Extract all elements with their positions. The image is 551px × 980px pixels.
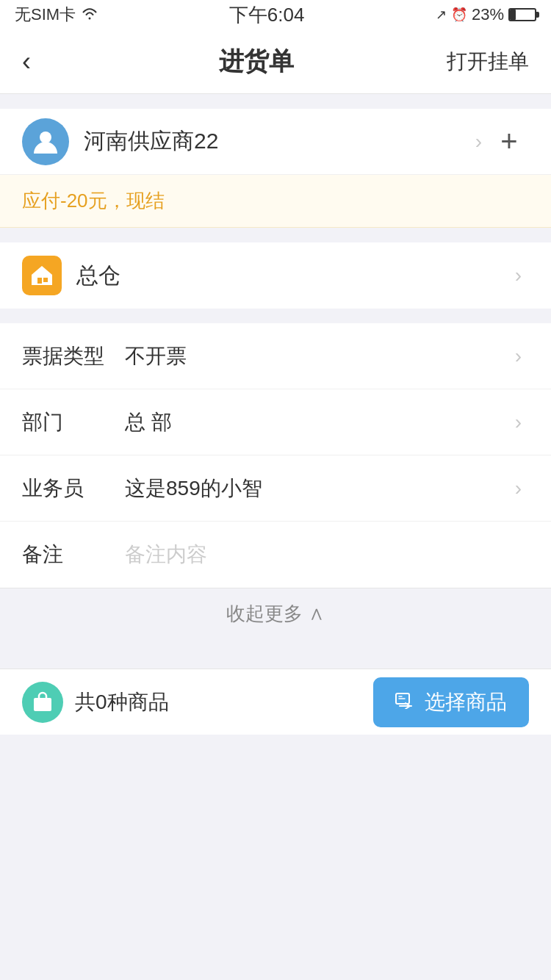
section-gap-4 — [0, 639, 551, 654]
collapse-toggle[interactable]: 收起更多 ∧ — [0, 588, 551, 639]
supplier-row[interactable]: 河南供应商22 › + — [0, 109, 551, 175]
select-product-icon — [395, 691, 416, 714]
supplier-chevron-icon: › — [475, 130, 482, 154]
section-gap-1 — [0, 94, 551, 109]
warehouse-name: 总仓 — [76, 261, 515, 291]
salesperson-label: 业务员 — [22, 475, 125, 502]
warehouse-section: 总仓 › — [0, 242, 551, 309]
user-icon — [31, 127, 60, 156]
page-title: 进货单 — [219, 45, 294, 79]
info-banner-text: 应付-20元，现结 — [22, 190, 165, 212]
salesperson-row[interactable]: 业务员 这是859的小智 › — [0, 455, 551, 522]
status-bar: 无SIM卡 下午6:04 ↗ ⏰ 23% — [0, 0, 551, 29]
invoice-type-label: 票据类型 — [22, 342, 125, 370]
form-section: 票据类型 不开票 › 部门 总 部 › 业务员 这是859的小智 › 备注 备注… — [0, 323, 551, 588]
invoice-type-value: 不开票 — [125, 342, 515, 370]
warehouse-chevron-icon: › — [515, 264, 522, 287]
department-value: 总 部 — [125, 408, 515, 436]
collapse-toggle-label: 收起更多 ∧ — [226, 601, 324, 627]
warehouse-row[interactable]: 总仓 › — [0, 242, 551, 309]
salesperson-chevron-icon: › — [515, 477, 522, 500]
battery-icon — [508, 8, 536, 21]
info-banner: 应付-20元，现结 — [0, 175, 551, 228]
bottom-bar: 共0种商品 选择商品 — [0, 669, 551, 735]
section-gap-2 — [0, 228, 551, 242]
svg-rect-2 — [43, 278, 48, 282]
svg-point-0 — [40, 131, 51, 143]
remark-label: 备注 — [22, 541, 125, 569]
svg-rect-1 — [37, 278, 42, 284]
select-product-button[interactable]: 选择商品 — [373, 677, 529, 727]
house-icon — [29, 263, 54, 288]
background-fill — [0, 735, 551, 918]
status-left: 无SIM卡 — [15, 4, 98, 26]
select-product-label: 选择商品 — [425, 688, 507, 716]
carrier-text: 无SIM卡 — [15, 4, 76, 26]
supplier-name: 河南供应商22 — [84, 126, 475, 156]
department-chevron-icon: › — [515, 411, 522, 434]
supplier-section: 河南供应商22 › + 应付-20元，现结 — [0, 109, 551, 228]
status-time: 下午6:04 — [229, 2, 305, 28]
department-label: 部门 — [22, 408, 125, 436]
department-row[interactable]: 部门 总 部 › — [0, 389, 551, 455]
battery-percentage: 23% — [472, 5, 504, 24]
supplier-avatar — [22, 118, 69, 165]
invoice-type-chevron-icon: › — [515, 345, 522, 368]
location-icon: ↗ — [436, 7, 447, 23]
shopping-bag-icon — [31, 691, 54, 714]
invoice-type-row[interactable]: 票据类型 不开票 › — [0, 323, 551, 389]
add-supplier-button[interactable]: + — [489, 122, 529, 162]
open-pending-button[interactable]: 打开挂单 — [447, 48, 529, 76]
status-right: ↗ ⏰ 23% — [436, 5, 536, 24]
back-button[interactable]: ‹ — [22, 46, 66, 77]
remark-row[interactable]: 备注 备注内容 — [0, 522, 551, 588]
nav-bar: ‹ 进货单 打开挂单 — [0, 29, 551, 94]
remark-placeholder: 备注内容 — [125, 541, 529, 569]
section-gap-3 — [0, 309, 551, 323]
salesperson-value: 这是859的小智 — [125, 475, 515, 502]
product-count: 共0种商品 — [75, 688, 373, 716]
product-icon — [22, 682, 63, 723]
alarm-icon: ⏰ — [451, 7, 467, 23]
wifi-icon — [82, 5, 98, 24]
svg-rect-3 — [34, 698, 51, 711]
warehouse-icon — [22, 256, 62, 295]
